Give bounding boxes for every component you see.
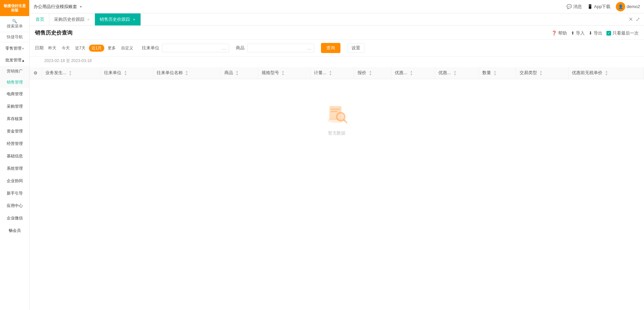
user-avatar-button[interactable]: 👤 demo2 <box>616 2 640 11</box>
sidebar-item-wholesale[interactable]: 批发管理 ▴ <box>0 55 29 66</box>
date-btn-more[interactable]: 更多 <box>106 45 118 52</box>
date-btn-yesterday[interactable]: 昨天 <box>46 45 58 52</box>
settings-icon[interactable]: ⚙ <box>34 70 38 75</box>
date-shortcuts: 昨天 今天 近7天 近1月 更多 自定义 <box>46 45 135 52</box>
th-biz-date[interactable]: 业务发生... ▲▼ <box>42 67 101 79</box>
th-discount1[interactable]: 优惠... ▲▼ <box>391 67 435 79</box>
search-menu[interactable]: 🔍 搜索菜单 <box>0 16 29 32</box>
goods-dots[interactable]: ... <box>307 45 311 51</box>
company-title: 办公用品行业模拟账套 <box>34 4 77 10</box>
tabs-right-actions: ✕ ⤢ <box>629 16 643 22</box>
help-icon: ❓ <box>551 31 557 36</box>
query-button[interactable]: 查询 <box>321 43 340 53</box>
sort-arrows-quote: ▲▼ <box>369 70 372 76</box>
search-icon: 🔍 <box>12 19 17 23</box>
sidebar-item-wechat[interactable]: 企业微信 <box>0 212 29 224</box>
sort-arrows-pre-tax-price: ▲▼ <box>605 70 608 76</box>
tab-home[interactable]: 首页 <box>31 13 49 25</box>
close-purchase-tab-icon[interactable]: × <box>87 17 90 22</box>
date-btn-last7[interactable]: 近7天 <box>73 45 88 52</box>
th-discount2[interactable]: 优惠... ▲▼ <box>435 67 479 79</box>
topbar: 办公用品行业模拟账套 ▾ 💬 消息 📱 App下载 👤 demo2 <box>30 0 644 13</box>
th-pre-tax-price[interactable]: 优惠前无税单价 ▲▼ <box>569 67 644 79</box>
sidebar-item-sales[interactable]: 销售管理 <box>0 77 29 88</box>
sidebar-item-finance[interactable]: 资金管理 <box>0 125 29 138</box>
sort-arrows-goods: ▲▼ <box>235 70 238 76</box>
logo: 畅捷信好生意 标版 <box>0 0 29 16</box>
page-header: 销售历史价查询 ❓ 帮助 ⬆ 导入 ⬇ 导出 ✓ 只看最后一次 <box>30 25 644 40</box>
th-trade-type[interactable]: 交易类型 ▲▼ <box>516 67 569 79</box>
company-dropdown-icon[interactable]: ▾ <box>80 4 82 9</box>
export-icon: ⬇ <box>589 31 592 36</box>
sidebar-item-operation[interactable]: 经营管理 <box>0 138 29 150</box>
message-button[interactable]: 💬 消息 <box>567 4 582 10</box>
partner-label: 往来单位 <box>142 45 159 51</box>
partner-input-wrap[interactable]: ... <box>162 44 229 52</box>
sidebar-item-inventory[interactable]: 库存核算 <box>0 113 29 125</box>
sidebar-item-app-center[interactable]: 应用中心 <box>0 200 29 212</box>
app-download-button[interactable]: 📱 App下载 <box>587 4 610 10</box>
chevron-up-icon: ▴ <box>22 58 24 63</box>
sort-arrows-trade-type: ▲▼ <box>539 70 542 76</box>
close-window-icon[interactable]: ✕ <box>629 16 633 22</box>
sidebar-item-system[interactable]: 系统管理 <box>0 162 29 175</box>
sidebar-item-ecommerce[interactable]: 电商管理 <box>0 88 29 100</box>
sidebar-item-enterprise[interactable]: 企业协同 <box>0 175 29 187</box>
sidebar-item-marketing[interactable]: 营销推广 <box>0 66 29 77</box>
sort-arrows-unit: ▲▼ <box>329 70 332 76</box>
page-content: 销售历史价查询 ❓ 帮助 ⬆ 导入 ⬇ 导出 ✓ 只看最后一次 <box>30 25 644 310</box>
partner-input[interactable] <box>165 46 222 51</box>
th-spec[interactable]: 规格型号 ▲▼ <box>258 67 311 79</box>
help-button[interactable]: ❓ 帮助 <box>551 30 567 36</box>
sort-arrows-quantity: ▲▼ <box>493 70 496 76</box>
export-button[interactable]: ⬇ 导出 <box>589 30 602 36</box>
settings-button[interactable]: 设置 <box>347 43 365 53</box>
date-filter-group: 日期 昨天 今天 近7天 近1月 更多 自定义 <box>35 45 135 52</box>
maximize-icon[interactable]: ⤢ <box>636 16 640 22</box>
partner-dots[interactable]: ... <box>222 45 226 51</box>
sidebar-item-basic[interactable]: 基础信息 <box>0 150 29 162</box>
table-wrap: ⚙ 业务发生... ▲▼ 往来单位 ▲▼ 往来单位名称 ▲▼ <box>30 67 644 310</box>
import-button[interactable]: ⬆ 导入 <box>571 30 585 36</box>
data-table: ⚙ 业务发生... ▲▼ 往来单位 ▲▼ 往来单位名称 ▲▼ <box>30 67 644 79</box>
sort-arrows-partner: ▲▼ <box>124 70 127 76</box>
th-quote[interactable]: 报价 ▲▼ <box>354 67 391 79</box>
topbar-left: 办公用品行业模拟账套 ▾ <box>34 4 82 10</box>
th-partner-name[interactable]: 往来单位名称 ▲▼ <box>153 67 221 79</box>
filter-row-2: 2023-02-18 至 2023-03-18 <box>30 57 644 67</box>
goods-input[interactable] <box>250 46 307 51</box>
quick-nav[interactable]: 快捷导航 <box>0 32 29 42</box>
tab-sales-history[interactable]: 销售历史价跟踪 × <box>95 13 141 25</box>
chevron-down-icon: ▾ <box>22 47 24 50</box>
tab-purchase-history[interactable]: 采购历史价跟踪 × <box>49 13 95 25</box>
only-last-checkbox[interactable]: ✓ 只看最后一次 <box>606 30 639 36</box>
close-sales-tab-icon[interactable]: × <box>132 17 136 22</box>
date-btn-custom[interactable]: 自定义 <box>119 45 135 52</box>
th-quantity[interactable]: 数量 ▲▼ <box>479 67 516 79</box>
sidebar-item-guide[interactable]: 新手引导 <box>0 187 29 200</box>
date-range-display: 2023-02-18 至 2023-03-18 <box>44 58 92 64</box>
goods-input-wrap[interactable]: ... <box>247 44 314 52</box>
empty-text: 暂无数据 <box>328 130 345 136</box>
partner-filter-group: 往来单位 ... <box>142 44 229 52</box>
sidebar-item-purchase[interactable]: 采购管理 <box>0 100 29 113</box>
th-unit[interactable]: 计量... ▲▼ <box>311 67 354 79</box>
tab-bar: 首页 采购历史价跟踪 × 销售历史价跟踪 × ✕ ⤢ <box>30 13 644 25</box>
avatar-icon: 👤 <box>618 4 623 9</box>
sort-arrows-biz-date: ▲▼ <box>69 70 72 76</box>
sidebar-item-member[interactable]: 畅会员 <box>0 224 29 237</box>
sidebar: 畅捷信好生意 标版 🔍 搜索菜单 快捷导航 零售管理 ▾ 批发管理 ▴ 营销推广… <box>0 0 30 310</box>
avatar: 👤 <box>616 2 625 11</box>
sort-arrows-discount1: ▲▼ <box>410 70 413 76</box>
th-goods[interactable]: 商品 ▲▼ <box>221 67 258 79</box>
th-settings[interactable]: ⚙ <box>30 67 42 79</box>
sidebar-item-retail[interactable]: 零售管理 ▾ <box>0 42 29 55</box>
th-partner[interactable]: 往来单位 ▲▼ <box>101 67 153 79</box>
message-icon: 💬 <box>567 4 572 9</box>
sort-arrows-partner-name: ▲▼ <box>185 70 188 76</box>
date-btn-last1m[interactable]: 近1月 <box>89 45 105 52</box>
main-area: 办公用品行业模拟账套 ▾ 💬 消息 📱 App下载 👤 demo2 首页 <box>30 0 644 310</box>
empty-illustration <box>323 99 350 126</box>
date-btn-today[interactable]: 今天 <box>60 45 72 52</box>
filter-row-1: 日期 昨天 今天 近7天 近1月 更多 自定义 往来单位 ... 商品 <box>30 40 644 57</box>
